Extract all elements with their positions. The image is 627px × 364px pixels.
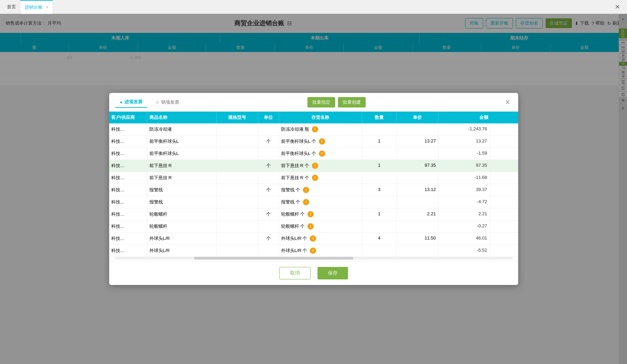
tab-home[interactable]: 首页 xyxy=(3,0,20,14)
cell-unit xyxy=(258,123,279,135)
table-row[interactable]: 科技… 前下悬挂 R 个 前下悬挂 R 个! 1 97.35 97.35 xyxy=(109,160,518,172)
cell-unit: 个 xyxy=(258,233,279,244)
cell-inventory: 报警线 个! xyxy=(279,184,362,196)
table-row[interactable]: 科技… 前平衡杆球头L 个 前平衡杆球头L 个! 1 13.27 13.27 xyxy=(109,136,518,148)
cell-inventory: 前下悬挂 R 个! xyxy=(279,160,362,172)
modal-footer: 取消 保存 xyxy=(109,261,518,285)
purchase-invoice-icon: ● xyxy=(120,99,123,105)
top-bar: 首页 进销台账 × ✕ xyxy=(0,0,627,14)
cell-qty xyxy=(362,220,397,232)
tab-sales-invoice[interactable]: ◇ 销项发票 xyxy=(150,97,184,108)
cell-spec xyxy=(217,220,258,232)
modal-overlay: ● 进项发票 ◇ 销项发票 批量指定 批量创建 ✕ xyxy=(0,14,627,364)
table-row[interactable]: 科技… 轮毂螺杆 轮毂螺杆 个! -0.27 xyxy=(109,220,518,233)
btn-save[interactable]: 保存 xyxy=(317,267,348,279)
cell-amount: 97.35 xyxy=(438,160,490,172)
cell-qty xyxy=(362,196,397,208)
warning-icon: ! xyxy=(307,223,314,229)
warning-icon: ! xyxy=(312,126,318,132)
modal-table: 客户/供应商 商品名称 规格型号 单位 存货名称 数量 单价 金额 科技… 防冻… xyxy=(109,112,518,257)
header-price: 单价 xyxy=(397,112,438,123)
cell-price xyxy=(397,172,438,184)
cell-product: 前平衡杆球头L xyxy=(147,136,217,147)
cell-unit xyxy=(258,196,279,208)
btn-batch-create[interactable]: 批量创建 xyxy=(338,97,366,107)
cell-amount: -11.68 xyxy=(438,172,490,184)
cell-inventory: 前平衡杆球头L 个! xyxy=(279,148,362,159)
cell-product: 外球头L/R xyxy=(147,233,217,244)
warning-icon: ! xyxy=(303,187,309,193)
table-row[interactable]: 科技… 防冻冷却液 防冻冷却液 瓶! -1,243.76 xyxy=(109,123,518,136)
tab-purchase-invoice[interactable]: ● 进项发票 xyxy=(115,96,148,108)
warning-icon: ! xyxy=(312,175,318,181)
cell-amount: 46.01 xyxy=(438,233,490,244)
cell-amount: -5.52 xyxy=(438,245,490,257)
cell-product: 前平衡杆球头L xyxy=(147,148,217,159)
cell-unit: 个 xyxy=(258,136,279,147)
cell-price: 13.27 xyxy=(397,136,438,147)
btn-batch-assign[interactable]: 批量指定 xyxy=(307,97,335,107)
window-close-button[interactable]: ✕ xyxy=(610,0,624,14)
table-row[interactable]: 科技… 前平衡杆球头L 前平衡杆球头L 个! -1.59 xyxy=(109,148,518,160)
cell-price: 13.12 xyxy=(397,184,438,196)
cell-price xyxy=(397,148,438,159)
cell-company: 科技… xyxy=(109,245,147,257)
cell-unit xyxy=(258,172,279,184)
cell-inventory: 报警线 个! xyxy=(279,196,362,208)
cell-price xyxy=(397,123,438,135)
cell-product: 外球头L/R xyxy=(147,245,217,257)
cell-qty xyxy=(362,123,397,135)
cell-unit xyxy=(258,245,279,257)
table-row[interactable]: 科技… 外球头L/R 个 外球头L/R 个! 4 11.50 46.01 xyxy=(109,233,518,245)
warning-icon: ! xyxy=(319,150,325,157)
main-area: 销售成本计算方法： 月平均 商贸企业进销台账 ⊟ 对账 重新开账 存货别名 生成… xyxy=(0,14,627,364)
cell-spec xyxy=(217,148,258,159)
cell-company: 科技… xyxy=(109,196,147,208)
table-row[interactable]: 科技… 外球头L/R 外球头L/R 个! -5.52 xyxy=(109,245,518,257)
cell-spec xyxy=(217,160,258,172)
cell-unit: 个 xyxy=(258,184,279,196)
modal-header: ● 进项发票 ◇ 销项发票 批量指定 批量创建 ✕ xyxy=(109,93,518,112)
cell-spec xyxy=(217,123,258,135)
cell-amount: -1.59 xyxy=(438,148,490,159)
warning-icon: ! xyxy=(303,199,309,205)
cell-amount: 39.37 xyxy=(438,184,490,196)
cell-company: 科技… xyxy=(109,220,147,232)
cell-qty: 1 xyxy=(362,160,397,172)
sales-invoice-icon: ◇ xyxy=(156,99,159,105)
header-inventory: 存货名称 xyxy=(279,112,362,123)
cell-qty: 3 xyxy=(362,184,397,196)
table-row[interactable]: 科技… 报警线 报警线 个! -4.72 xyxy=(109,196,518,208)
horizontal-scrollbar[interactable] xyxy=(115,257,513,260)
cell-inventory: 防冻冷却液 瓶! xyxy=(279,123,362,135)
table-row[interactable]: 科技… 报警线 个 报警线 个! 3 13.12 39.37 xyxy=(109,184,518,196)
cell-product: 轮毂螺杆 xyxy=(147,220,217,232)
cell-price xyxy=(397,196,438,208)
modal-close-button[interactable]: ✕ xyxy=(503,97,512,107)
warning-icon: ! xyxy=(310,235,316,242)
cell-qty xyxy=(362,148,397,159)
btn-cancel[interactable]: 取消 xyxy=(279,267,311,279)
cell-unit xyxy=(258,220,279,232)
table-row[interactable]: 科技… 轮毂螺杆 个 轮毂螺杆 个! 1 2.21 2.21 xyxy=(109,208,518,220)
cell-company: 科技… xyxy=(109,160,147,172)
tab-current[interactable]: 进销台账 × xyxy=(20,0,53,14)
cell-unit: 个 xyxy=(258,208,279,220)
header-amount: 金额 xyxy=(438,112,490,123)
modal-table-body: 科技… 防冻冷却液 防冻冷却液 瓶! -1,243.76 科技… 前平衡杆球头L… xyxy=(109,123,518,257)
table-row[interactable]: 科技… 前下悬挂 R 前下悬挂 R 个! -11.68 xyxy=(109,172,518,184)
cell-spec xyxy=(217,136,258,147)
tab-current-label: 进销台账 xyxy=(25,0,43,14)
warning-icon: ! xyxy=(312,163,318,169)
cell-product: 轮毂螺杆 xyxy=(147,208,217,220)
tab-close-icon[interactable]: × xyxy=(46,0,49,14)
cell-qty xyxy=(362,172,397,184)
cell-company: 科技… xyxy=(109,184,147,196)
scrollbar-thumb[interactable] xyxy=(194,257,353,260)
cell-amount: -1,243.76 xyxy=(438,123,490,135)
cell-unit: 个 xyxy=(258,160,279,172)
cell-spec xyxy=(217,233,258,244)
header-spec: 规格型号 xyxy=(217,112,258,123)
header-product: 商品名称 xyxy=(147,112,217,123)
bg-page: 销售成本计算方法： 月平均 商贸企业进销台账 ⊟ 对账 重新开账 存货别名 生成… xyxy=(0,14,627,364)
